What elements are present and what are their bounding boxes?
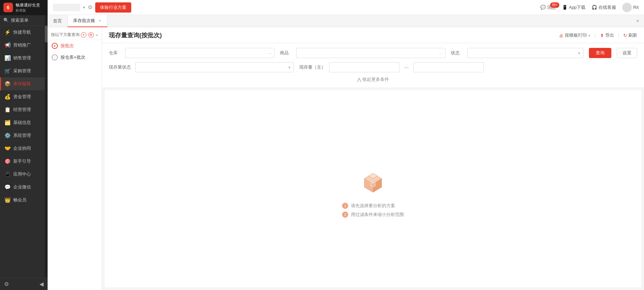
app-center-icon: 📱 <box>4 171 11 177</box>
search-icon: 🔍 <box>3 18 9 23</box>
message-icon: 💬 <box>540 5 546 10</box>
action-divider: | <box>595 33 596 38</box>
sidebar-search-item[interactable]: 🔍 搜索菜单 <box>0 15 45 26</box>
sidebar-item-operation[interactable]: 📋 经营管理 <box>0 103 45 116</box>
right-panel: 现存量查询(按批次) 🖨 按模板打印 ▾ | ⬆ 导出 | <box>102 27 644 290</box>
sales-icon: 📊 <box>4 55 11 61</box>
empty-tip-1: 1 请先选择要分析的方案 <box>342 203 404 209</box>
inventory-icon: 📦 <box>4 81 11 87</box>
tab-close-icon[interactable]: × <box>98 18 102 23</box>
marketing-icon: 📢 <box>4 42 11 48</box>
message-badge: 99+ <box>550 2 559 8</box>
collapse-footer-icon[interactable]: ◀ <box>39 281 44 287</box>
quick-nav-icon: ⚡ <box>4 29 11 35</box>
sidebar-item-member[interactable]: 👑 畅会员 <box>0 194 45 206</box>
print-btn[interactable]: 🖨 按模板打印 ▾ <box>559 32 591 38</box>
left-panel-header-icons: + ⚙ « <box>81 32 98 38</box>
sidebar-item-basic[interactable]: 🗂️ 基础信息 <box>0 116 45 129</box>
sidebar-item-marketing[interactable]: 📢 营销推广 <box>0 39 45 52</box>
scheme-item-by-warehouse-batch[interactable]: ○ 按仓库+批次 <box>48 52 102 63</box>
topbar-left: ▾ ⚙ 体验行业方案 <box>53 2 537 13</box>
empty-svg-illustration <box>354 160 392 197</box>
left-panel: 按以下方案查询 + ⚙ « ● 按批次 ○ 按仓库+批次 <box>48 27 102 290</box>
export-btn[interactable]: ⬆ 导出 <box>600 32 614 38</box>
tab-home[interactable]: 首页 <box>48 15 68 27</box>
action-divider2: | <box>618 33 619 38</box>
message-btn[interactable]: 💬 消息 99+ <box>540 4 556 11</box>
online-service-btn[interactable]: 🎧 在线客服 <box>592 4 616 11</box>
settings-footer-icon[interactable]: ⚙ <box>4 281 9 287</box>
tip1-text: 请先选择要分析的方案 <box>351 203 395 209</box>
status-arrow-icon: ▾ <box>578 51 580 56</box>
sidebar-item-app-center[interactable]: 📱 应用中心 <box>0 168 45 181</box>
experience-btn[interactable]: 体验行业方案 <box>95 2 131 13</box>
query-field-stock-status: 现存量状态 ▾ <box>109 62 294 72</box>
scheme-item-by-batch[interactable]: ● 按批次 <box>48 40 102 52</box>
stock-qty-dash: — <box>404 65 409 70</box>
print-chevron-icon: ▾ <box>588 33 591 38</box>
sidebar-logo: 6 <box>3 3 13 12</box>
tab-inventory-batch[interactable]: 库存批次账 × <box>68 15 107 27</box>
svg-point-6 <box>370 182 376 187</box>
basic-icon: 🗂️ <box>4 120 11 126</box>
main-area: ▾ ⚙ 体验行业方案 💬 消息 99+ 📱 App下载 🎧 在线客服 Rit <box>48 0 644 290</box>
sidebar-item-enterprise[interactable]: 🤝 企业协同 <box>0 142 45 155</box>
sidebar-footer: ⚙ ◀ <box>0 278 48 290</box>
scheme-settings-icon[interactable]: ⚙ <box>88 32 94 38</box>
scheme-inactive-icon: ○ <box>52 54 58 60</box>
operation-icon: 📋 <box>4 107 11 113</box>
user-avatar-btn[interactable]: Rit <box>622 3 639 12</box>
sidebar-scrollbar <box>45 15 48 278</box>
query-btn[interactable]: 查询 <box>589 48 611 58</box>
query-row-1: 仓库 ··· 商品 ··· 状态 ▾ <box>109 48 637 58</box>
app-download-btn[interactable]: 📱 App下载 <box>562 4 586 11</box>
stock-qty-min-input[interactable] <box>329 62 400 72</box>
tip1-num: 1 <box>342 203 348 209</box>
tip2-text: 用过滤条件来缩小分析范围 <box>351 212 404 218</box>
topbar: ▾ ⚙ 体验行业方案 💬 消息 99+ 📱 App下载 🎧 在线客服 Rit <box>48 0 644 15</box>
product-input[interactable]: ··· <box>296 48 445 58</box>
collapse-chevron-icon: ⋀ <box>357 77 361 82</box>
sidebar-item-wechat[interactable]: 💬 企业微信 <box>0 181 45 194</box>
page-title-actions: 🖨 按模板打印 ▾ | ⬆ 导出 | ↻ 刷新 <box>559 32 637 38</box>
topbar-settings-icon[interactable]: ⚙ <box>88 4 92 11</box>
export-icon: ⬆ <box>600 33 604 38</box>
guide-icon: 🎯 <box>4 158 11 164</box>
content-area: 按以下方案查询 + ⚙ « ● 按批次 ○ 按仓库+批次 现存量查询( <box>48 27 644 290</box>
sidebar-item-guide[interactable]: 🎯 新手引导 <box>0 155 45 168</box>
sidebar-item-inventory[interactable]: 📦 库存核算 <box>0 77 45 90</box>
settings-btn[interactable]: 设置 <box>617 48 637 58</box>
sidebar-item-finance[interactable]: 💰 资金管理 <box>0 90 45 103</box>
tip2-num: 2 <box>342 212 348 218</box>
stock-status-select[interactable]: ▾ <box>135 62 294 72</box>
svg-point-7 <box>372 183 373 184</box>
add-scheme-icon[interactable]: + <box>81 32 86 38</box>
collapse-panel-icon[interactable]: « <box>96 32 98 38</box>
empty-tip-2: 2 用过滤条件来缩小分析范围 <box>342 212 404 218</box>
sidebar-scrollbar-thumb <box>45 25 48 42</box>
status-select[interactable]: ▾ <box>467 48 583 58</box>
sidebar-item-quick-nav[interactable]: ⚡ 快捷导航 <box>0 26 45 39</box>
tabs-close-all-btn[interactable]: × <box>631 18 644 24</box>
sidebar-header: 6 畅康通好生意 标准版 <box>0 0 48 15</box>
sidebar-item-system[interactable]: ⚙️ 系统管理 <box>0 129 45 142</box>
refresh-icon: ↻ <box>623 33 627 38</box>
warehouse-input[interactable]: ··· <box>125 48 274 58</box>
purchase-icon: 🛒 <box>4 68 11 74</box>
sidebar-brand: 畅康通好生意 标准版 <box>16 3 40 13</box>
user-name: Rit <box>633 5 639 10</box>
finance-icon: 💰 <box>4 94 11 100</box>
collapse-row: ⋀ 收起更多条件 <box>109 76 637 83</box>
topbar-breadcrumb <box>53 4 80 11</box>
collapse-more-btn[interactable]: ⋀ 收起更多条件 <box>109 76 637 83</box>
stock-qty-max-input[interactable] <box>413 62 484 72</box>
svg-point-8 <box>374 183 375 184</box>
query-field-stock-qty: 现存量（主） — <box>299 62 484 72</box>
refresh-btn[interactable]: ↻ 刷新 <box>623 32 637 38</box>
query-field-product: 商品 ··· <box>280 48 445 58</box>
sidebar-item-purchase[interactable]: 🛒 采购管理 <box>0 65 45 77</box>
page-title-row: 现存量查询(按批次) 🖨 按模板打印 ▾ | ⬆ 导出 | <box>109 31 637 43</box>
sidebar-item-sales[interactable]: 📊 销售管理 <box>0 52 45 65</box>
query-field-warehouse: 仓库 ··· <box>109 48 274 58</box>
empty-state: 1 请先选择要分析的方案 2 用过滤条件来缩小分析范围 <box>105 90 641 287</box>
